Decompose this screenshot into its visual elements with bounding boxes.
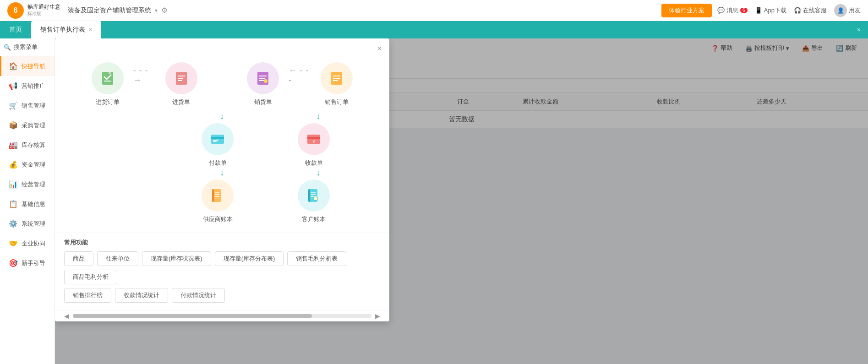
operation-icon: 📊 — [9, 180, 18, 189]
sidebar-label-inventory: 库存核算 — [22, 141, 45, 149]
scroll-left-arrow[interactable]: ◀ — [64, 312, 69, 320]
payment-circle: ¥ — [202, 123, 234, 155]
sidebar-label-guide: 新手引导 — [22, 259, 45, 267]
purchase-bill-label: 进货单 — [172, 98, 190, 106]
down-arrow-sales: ↓ — [289, 112, 348, 121]
system-title-text: 装备及固定资产辅助管理系统 — [68, 6, 151, 15]
flow-arrows-row-3: ↓ ↓ — [82, 168, 362, 178]
sidebar-item-basic-info[interactable]: 📋 基础信息 — [0, 194, 55, 214]
func-buttons-row-2: 销售排行榜 收款情况统计 付款情况统计 — [64, 288, 380, 303]
tab-sales-label: 销售订单执行表 — [40, 26, 85, 34]
flow-node-purchase-order[interactable]: 进货订单 — [82, 62, 133, 106]
flow-node-sales-bill[interactable]: 销货单 — [238, 62, 289, 106]
purchase-icon: 📦 — [9, 121, 18, 130]
message-label: 消息 — [726, 6, 738, 15]
sidebar-item-inventory[interactable]: 🏭 库存核算 — [0, 135, 55, 155]
scroll-thumb — [73, 314, 312, 318]
flow-node-purchase-bill[interactable]: 进货单 — [156, 62, 207, 106]
func-btn-payment-stat[interactable]: 付款情况统计 — [172, 288, 225, 303]
app-download-btn[interactable]: 📱 App下载 — [755, 6, 786, 15]
arrow-purchase-order-to-bill: - - - → — [133, 57, 156, 112]
flow-node-supplier-ledger[interactable]: 供应商账本 — [188, 179, 247, 223]
flow-node-customer-ledger[interactable]: 客户账本 — [284, 179, 344, 223]
sidebar-search[interactable]: 🔍 搜索菜单 — [0, 38, 55, 56]
func-btn-goods[interactable]: 商品 — [64, 251, 93, 266]
payment-label: 付款单 — [209, 159, 227, 167]
flow-row-2: ¥ 付款单 ¥ — [82, 123, 362, 167]
system-icon: ⚙️ — [9, 219, 18, 228]
purchase-order-label: 进货订单 — [96, 98, 120, 106]
sidebar-label-purchase: 采购管理 — [22, 121, 45, 130]
tab-bar: 首页 销售订单执行表 × × — [0, 21, 868, 38]
marketing-icon: 📢 — [9, 81, 18, 90]
sidebar-label-collab: 企业协同 — [22, 239, 45, 248]
app-subtext: 标准版 — [27, 11, 60, 17]
message-btn[interactable]: 💬 消息 6 — [717, 6, 748, 15]
user-area[interactable]: 👤 用友 — [834, 4, 861, 17]
sidebar-item-purchase[interactable]: 📦 采购管理 — [0, 115, 55, 135]
sidebar-label-operation: 经营管理 — [22, 180, 45, 189]
flow-node-payment[interactable]: ¥ 付款单 — [188, 123, 247, 167]
app-name: 畅库通好生意 — [27, 4, 60, 11]
svg-text:¥: ¥ — [312, 139, 315, 144]
customer-ledger-circle — [298, 179, 330, 212]
sidebar-item-marketing[interactable]: 📢 营销推广 — [0, 76, 55, 96]
func-btn-partner[interactable]: 往来单位 — [97, 251, 138, 266]
func-btn-stock-status[interactable]: 现存量(库存状况表) — [142, 251, 211, 266]
message-icon: 💬 — [717, 7, 725, 14]
supplier-ledger-circle — [202, 179, 234, 212]
sidebar-item-operation[interactable]: 📊 经营管理 — [0, 174, 55, 194]
avatar: 👤 — [834, 4, 847, 17]
sidebar-item-collab[interactable]: 🤝 企业协同 — [0, 234, 55, 253]
empty-3-1 — [87, 168, 147, 178]
title-dropdown-icon[interactable]: ▾ — [155, 7, 158, 14]
func-btn-goods-gross[interactable]: 商品毛利分析 — [64, 270, 117, 284]
message-badge: 6 — [740, 8, 748, 13]
online-service-label: 在线客服 — [803, 6, 827, 15]
tab-close-icon[interactable]: × — [89, 27, 92, 33]
func-btn-stock-dist[interactable]: 现存量(库存分布表) — [215, 251, 284, 266]
receipt-circle: ¥ — [298, 123, 330, 155]
empty-3-3 — [252, 168, 289, 178]
sidebar-item-system[interactable]: ⚙️ 系统管理 — [0, 214, 55, 234]
func-buttons-row-1: 商品 往来单位 现存量(库存状况表) 现存量(库存分布表) 销售毛利分析表 商品… — [64, 251, 380, 284]
home-icon: 🏠 — [9, 62, 18, 71]
modal-close-btn[interactable]: × — [377, 44, 382, 54]
tab-home[interactable]: 首页 — [0, 21, 31, 38]
search-label: 搜索菜单 — [14, 43, 38, 51]
gear-icon[interactable]: ⚙ — [161, 6, 168, 15]
finance-icon: 💰 — [9, 160, 18, 169]
func-btn-sales-rank[interactable]: 销售排行榜 — [64, 288, 111, 303]
flow-node-receipt[interactable]: ¥ 收款单 — [284, 123, 344, 167]
sidebar-item-sales[interactable]: 🛒 销售管理 — [0, 96, 55, 115]
empty-3-2 — [147, 168, 192, 178]
down-arrow-payment: ↓ — [192, 168, 252, 178]
sidebar-item-quick-nav[interactable]: 🏠 快捷导航 — [0, 56, 55, 76]
guide-icon: 🎯 — [9, 259, 18, 267]
svg-rect-20 — [307, 137, 320, 139]
scroll-row: ◀ ▶ — [55, 310, 389, 321]
sales-order-label: 销售订单 — [325, 98, 349, 106]
sidebar-item-finance[interactable]: 💰 资金管理 — [0, 155, 55, 174]
trial-button[interactable]: 体验行业方案 — [661, 4, 712, 17]
scroll-right-arrow[interactable]: ▶ — [375, 312, 380, 320]
online-service-btn[interactable]: 🎧 在线客服 — [794, 6, 827, 15]
common-func-title: 常用功能 — [64, 239, 380, 247]
basic-info-icon: 📋 — [9, 200, 18, 208]
tab-sales-order[interactable]: 销售订单执行表 × — [31, 21, 101, 38]
sidebar-item-guide[interactable]: 🎯 新手引导 — [0, 253, 55, 273]
flow-node-sales-order[interactable]: 销售订单 — [311, 62, 362, 106]
window-close-icon[interactable]: × — [857, 26, 861, 33]
app-download-label: App下载 — [764, 6, 786, 15]
purchase-bill-circle — [165, 62, 197, 94]
service-icon: 🎧 — [794, 7, 801, 14]
func-btn-sales-gross[interactable]: 销售毛利分析表 — [287, 251, 346, 266]
sidebar-label-sales: 销售管理 — [22, 102, 45, 110]
scroll-track[interactable] — [73, 314, 371, 318]
func-btn-receipt-stat[interactable]: 收款情况统计 — [115, 288, 168, 303]
tab-home-label: 首页 — [9, 26, 22, 34]
svg-rect-28 — [308, 189, 310, 202]
content-area: ❓ 帮助 🖨️ 按模板打印 ▾ 📤 导出 🔄 刷新 yyyy-mm-dd 📅 — [55, 38, 868, 364]
phone-icon: 📱 — [755, 7, 762, 14]
flow-diagram: 进货订单 - - - → — [55, 38, 389, 233]
